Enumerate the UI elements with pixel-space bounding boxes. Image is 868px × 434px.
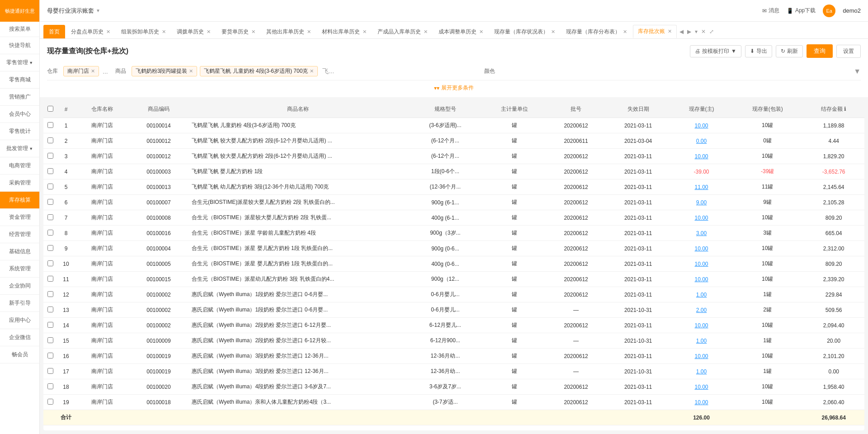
query-button[interactable]: 查询 bbox=[807, 44, 833, 58]
export-button[interactable]: ⬇ 导出 bbox=[745, 45, 772, 57]
sidebar-item-marketing[interactable]: 营销推广 bbox=[0, 89, 39, 106]
warehouse-filter-more[interactable]: ... bbox=[101, 68, 110, 75]
select-all-checkbox[interactable] bbox=[47, 106, 53, 112]
row-qty-main[interactable]: 10.00 bbox=[671, 241, 732, 256]
tab-close-成本调整单历史[interactable]: ✕ bbox=[479, 29, 483, 35]
row-qty-main[interactable]: 10.00 bbox=[671, 256, 732, 272]
row-qty-main[interactable]: 10.00 bbox=[671, 349, 732, 364]
color-filter-arrow[interactable]: ▼ bbox=[854, 67, 861, 75]
tab-close-库存批次账[interactable]: ✕ bbox=[668, 28, 672, 34]
settings-button[interactable]: 设置 bbox=[836, 45, 861, 58]
message-button[interactable]: ✉ 消息 bbox=[762, 7, 779, 14]
row-qty-main[interactable]: 10.00 bbox=[671, 272, 732, 287]
warehouse-filter-tag[interactable]: 南岸门店 ✕ bbox=[63, 66, 99, 76]
tab-home[interactable]: 首页 bbox=[43, 25, 65, 38]
row-qty-main[interactable]: 1.00 bbox=[671, 287, 732, 302]
tab-产成品入库单历史[interactable]: 产成品入库单历史✕ bbox=[373, 25, 433, 38]
user-avatar[interactable]: Ea bbox=[823, 5, 835, 17]
product-filter-more[interactable]: 飞... bbox=[321, 67, 336, 75]
search-menu-label[interactable]: 搜索菜单 bbox=[9, 26, 31, 32]
sidebar-item-guide[interactable]: 新手引导 bbox=[0, 295, 39, 312]
sidebar-item-inventory[interactable]: 库存核算 bbox=[0, 192, 39, 209]
tab-close-现存量库存状况表[interactable]: ✕ bbox=[551, 29, 555, 35]
tab-nav-prev[interactable]: ◀ bbox=[678, 25, 685, 38]
tab-分盘点单历史[interactable]: 分盘点单历史✕ bbox=[66, 25, 115, 38]
row-qty-main[interactable]: -39.00 bbox=[671, 164, 732, 179]
row-checkbox-13[interactable] bbox=[47, 322, 53, 328]
row-checkbox-8[interactable] bbox=[47, 245, 53, 251]
tab-close-要货单历史[interactable]: ✕ bbox=[251, 29, 255, 35]
product-tag-1[interactable]: 飞鹤奶粉3段丙罐提装 ✕ bbox=[132, 66, 198, 76]
tab-库存批次账[interactable]: 库存批次账✕ bbox=[633, 25, 677, 38]
sidebar-search[interactable]: 搜索菜单 bbox=[0, 22, 39, 37]
tab-close-all[interactable]: ✕ bbox=[699, 25, 708, 38]
sidebar-item-finance[interactable]: 资金管理 bbox=[0, 209, 39, 226]
row-qty-main[interactable]: 1.00 bbox=[671, 333, 732, 349]
tab-nav-next[interactable]: ▶ bbox=[685, 25, 693, 38]
product-tag-2[interactable]: 飞鹤星飞帆 儿童奶粉 4段(3-6岁适用) 700克 ✕ bbox=[200, 66, 318, 76]
row-checkbox-5[interactable] bbox=[47, 199, 53, 205]
row-checkbox-15[interactable] bbox=[47, 353, 53, 359]
row-checkbox-0[interactable] bbox=[47, 122, 53, 128]
row-checkbox-2[interactable] bbox=[47, 153, 53, 159]
row-checkbox-14[interactable] bbox=[47, 337, 53, 343]
tab-成本调整单历史[interactable]: 成本调整单历史✕ bbox=[434, 25, 488, 38]
workspace-selector[interactable]: 母婴行业演示账套 ▼ bbox=[47, 7, 100, 15]
row-qty-main[interactable]: 10.00 bbox=[671, 118, 732, 133]
row-qty-main[interactable]: 10.00 bbox=[671, 318, 732, 333]
sidebar-item-member[interactable]: 会员中心 bbox=[0, 106, 39, 123]
row-checkbox-10[interactable] bbox=[47, 276, 53, 282]
row-qty-main[interactable]: 1.00 bbox=[671, 364, 732, 379]
tab-close-产成品入库单历史[interactable]: ✕ bbox=[424, 29, 428, 35]
sidebar-item-system[interactable]: 系统管理 bbox=[0, 260, 39, 278]
tab-maximize[interactable]: ⤢ bbox=[708, 25, 716, 38]
sidebar-item-enterprise-wechat[interactable]: 企业微信 bbox=[0, 329, 39, 346]
sidebar-item-retail-shop[interactable]: 零售商城 bbox=[0, 71, 39, 89]
tab-材料出库单历史[interactable]: 材料出库单历史✕ bbox=[317, 25, 372, 38]
tab-close-组装拆卸单历史[interactable]: ✕ bbox=[162, 29, 166, 35]
sidebar-item-wholesale[interactable]: 批发管理 ▼ bbox=[0, 140, 39, 157]
row-checkbox-9[interactable] bbox=[47, 260, 53, 266]
row-qty-main[interactable]: 10.00 bbox=[671, 395, 732, 410]
row-qty-main[interactable]: 0.00 bbox=[671, 133, 732, 149]
sidebar-item-cooperation[interactable]: 企业协同 bbox=[0, 278, 39, 295]
tab-其他出库单历史[interactable]: 其他出库单历史✕ bbox=[261, 25, 316, 38]
row-checkbox-7[interactable] bbox=[47, 230, 53, 236]
tab-调拨单历史[interactable]: 调拨单历史✕ bbox=[172, 25, 216, 38]
print-button[interactable]: 🖨 按模板打印 ▼ bbox=[690, 45, 741, 57]
row-checkbox-11[interactable] bbox=[47, 291, 53, 297]
row-checkbox-18[interactable] bbox=[47, 399, 53, 405]
product-tag-2-close[interactable]: ✕ bbox=[310, 68, 314, 74]
tab-现存量库存状况表[interactable]: 现存量（库存状况表）✕ bbox=[489, 25, 560, 38]
sidebar-item-retail-mgmt[interactable]: 零售管理 ▼ bbox=[0, 54, 39, 71]
row-qty-main[interactable]: 10.00 bbox=[671, 210, 732, 226]
row-checkbox-12[interactable] bbox=[47, 307, 53, 312]
row-qty-main[interactable]: 3.00 bbox=[671, 226, 732, 241]
sidebar-item-ecommerce[interactable]: 电商管理 bbox=[0, 157, 39, 175]
refresh-button[interactable]: ↻ 刷新 bbox=[776, 45, 803, 57]
row-checkbox-3[interactable] bbox=[47, 168, 53, 174]
row-checkbox-1[interactable] bbox=[47, 137, 53, 143]
row-checkbox-4[interactable] bbox=[47, 184, 53, 189]
row-qty-main[interactable]: 10.00 bbox=[671, 379, 732, 395]
row-qty-main[interactable]: 11.00 bbox=[671, 179, 732, 195]
warehouse-tag-close[interactable]: ✕ bbox=[91, 68, 95, 74]
row-qty-main[interactable]: 2.00 bbox=[671, 302, 732, 318]
tab-要货单历史[interactable]: 要货单历史✕ bbox=[217, 25, 260, 38]
tab-组装拆卸单历史[interactable]: 组装拆卸单历史✕ bbox=[116, 25, 171, 38]
tab-close-分盘点单历史[interactable]: ✕ bbox=[106, 29, 110, 35]
sidebar-item-operations[interactable]: 经营管理 bbox=[0, 226, 39, 243]
sidebar-item-retail-stats[interactable]: 零售统计 bbox=[0, 123, 39, 140]
tab-close-调拨单历史[interactable]: ✕ bbox=[207, 29, 211, 35]
sidebar-item-purchase[interactable]: 采购管理 bbox=[0, 175, 39, 192]
app-download-button[interactable]: 📱 App下载 bbox=[787, 7, 816, 14]
sidebar-item-basic[interactable]: 基础信息 bbox=[0, 243, 39, 260]
tab-close-现存量库存分布表[interactable]: ✕ bbox=[623, 29, 627, 35]
row-qty-main[interactable]: 10.00 bbox=[671, 149, 732, 164]
row-checkbox-16[interactable] bbox=[47, 368, 53, 374]
sidebar-item-member2[interactable]: 畅会员 bbox=[0, 346, 39, 363]
tab-close-其他出库单历史[interactable]: ✕ bbox=[307, 29, 311, 35]
row-qty-main[interactable]: 9.00 bbox=[671, 195, 732, 210]
sidebar-shortcut[interactable]: 快捷导航 bbox=[0, 37, 39, 54]
shortcut-nav-label[interactable]: 快捷导航 bbox=[0, 39, 39, 52]
